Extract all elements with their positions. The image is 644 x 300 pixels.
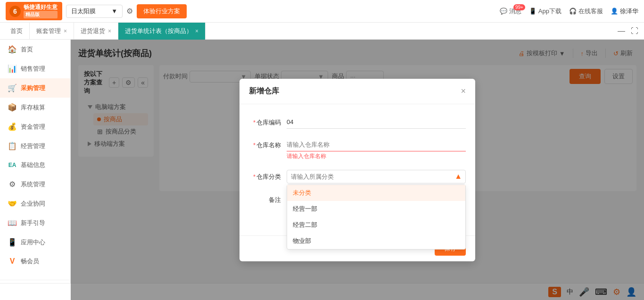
store-chevron-icon: ▼ xyxy=(111,8,117,15)
category-form-row: *仓库分类 ▲ 未分类 经营一部 经营二部 物业部 xyxy=(249,170,466,183)
guide-icon: 📖 xyxy=(8,218,17,227)
category-input-wrap: ▲ 未分类 经营一部 经营二部 物业部 xyxy=(287,170,466,183)
tab-minimize-button[interactable]: — xyxy=(616,27,627,35)
user-avatar-icon: 👤 xyxy=(611,8,618,15)
apps-icon: 📱 xyxy=(8,238,17,247)
category-dropdown: 未分类 经营一部 经营二部 物业部 xyxy=(287,184,466,250)
modal-close-button[interactable]: × xyxy=(461,86,466,96)
tab-purchase-stats-label: 进货单统计表（按商品） xyxy=(125,27,192,35)
tab-purchase-return-close[interactable]: × xyxy=(108,28,111,34)
modal-overlay: 新增仓库 × *仓库编码 xyxy=(71,40,644,300)
logo-text: 畅捷通好生意 xyxy=(24,4,58,11)
sidebar-item-apps-label: 应用中心 xyxy=(21,238,45,247)
code-label: *仓库编码 xyxy=(249,116,287,127)
dropdown-item-3[interactable]: 物业部 xyxy=(287,233,465,249)
sidebar-item-home-label: 首页 xyxy=(21,45,33,54)
operations-icon: 📋 xyxy=(8,142,17,150)
note-label: 备注 xyxy=(249,193,287,204)
code-input[interactable] xyxy=(287,116,466,129)
tab-maximize-button[interactable]: ⛶ xyxy=(629,27,640,35)
tab-purchase-return[interactable]: 进货退货 × xyxy=(74,23,118,40)
app-icon: 📱 xyxy=(529,8,537,15)
name-label: *仓库名称 xyxy=(249,138,287,150)
logo-area: 6 畅捷通好生意 精品版 xyxy=(6,2,62,21)
sidebar-item-system-label: 系统管理 xyxy=(21,180,45,189)
new-warehouse-modal: 新增仓库 × *仓库编码 xyxy=(239,79,475,261)
sidebar-item-basic-info-label: 基础信息 xyxy=(21,161,45,169)
code-form-row: *仓库编码 xyxy=(249,116,466,129)
online-service-item[interactable]: 🎧 在线客服 xyxy=(569,7,603,16)
sidebar-item-apps[interactable]: 📱 应用中心 xyxy=(0,233,70,252)
tab-purchase-return-label: 进货退货 xyxy=(81,27,105,35)
modal-body: *仓库编码 *仓库名称 请输入仓库名称 xyxy=(239,104,475,235)
sidebar-item-system[interactable]: ⚙ 系统管理 xyxy=(0,175,70,194)
purchase-icon: 🛒 xyxy=(8,83,17,92)
sidebar-item-operations-label: 经营管理 xyxy=(21,142,45,150)
sidebar-item-inventory[interactable]: 📦 库存核算 xyxy=(0,98,70,117)
header-actions: 💬 消息 99+ 📱 App下载 🎧 在线客服 👤 徐泽华 xyxy=(500,7,638,16)
dropdown-item-2[interactable]: 经营二部 xyxy=(287,217,465,233)
sidebar-item-finance-label: 资金管理 xyxy=(21,123,45,131)
name-error-msg: 请输入仓库名称 xyxy=(287,152,466,160)
enterprise-icon: 🤝 xyxy=(8,199,17,208)
user-item[interactable]: 👤 徐泽华 xyxy=(611,7,638,16)
sidebar-item-finance[interactable]: 💰 资金管理 xyxy=(0,117,70,136)
finance-icon: 💰 xyxy=(8,122,17,131)
sidebar-item-inventory-label: 库存核算 xyxy=(21,103,45,112)
tab-home-label: 首页 xyxy=(10,27,23,35)
messages-item[interactable]: 💬 消息 99+ xyxy=(500,7,521,16)
store-name: 日太阳膜 xyxy=(71,7,96,16)
name-input-wrap: 请输入仓库名称 xyxy=(287,138,466,160)
content-area: 进货单统计(按商品) 🖨 按模板打印 ▼ ↑ 导出 ↺ 刷新 xyxy=(71,40,644,300)
modal-header: 新增仓库 × xyxy=(239,79,475,104)
tab-bar: 首页 账套管理 × 进货退货 × 进货单统计表（按商品） × — ⛶ xyxy=(0,23,644,40)
messages-badge: 99+ xyxy=(513,4,525,10)
sidebar-item-vip[interactable]: V 畅会员 xyxy=(0,252,70,271)
store-selector[interactable]: 日太阳膜 ▼ xyxy=(66,5,123,18)
category-label: *仓库分类 xyxy=(249,170,287,181)
dropdown-item-0[interactable]: 未分类 xyxy=(287,185,465,201)
main-layout: 🏠 首页 📊 销售管理 🛒 采购管理 📦 库存核算 💰 资金管理 📋 经营管理 … xyxy=(0,40,644,300)
online-service-label: 在线客服 xyxy=(578,7,603,16)
tab-purchase-stats[interactable]: 进货单统计表（按商品） × xyxy=(118,23,206,40)
app-download-item[interactable]: 📱 App下载 xyxy=(529,7,561,16)
sidebar-item-purchase-label: 采购管理 xyxy=(21,84,45,92)
sidebar-item-operations[interactable]: 📋 经营管理 xyxy=(0,136,70,156)
category-input[interactable] xyxy=(287,170,466,183)
username: 徐泽华 xyxy=(620,7,638,16)
home-icon: 🏠 xyxy=(8,45,17,54)
logo-icon: 6 xyxy=(9,6,21,17)
sidebar: 🏠 首页 📊 销售管理 🛒 采购管理 📦 库存核算 💰 资金管理 📋 经营管理 … xyxy=(0,40,71,300)
sales-icon: 📊 xyxy=(8,64,17,73)
sidebar-item-enterprise[interactable]: 🤝 企业协同 xyxy=(0,194,70,213)
tab-accounts-close[interactable]: × xyxy=(64,28,67,34)
name-input[interactable] xyxy=(287,138,466,151)
app-download-label: App下载 xyxy=(538,7,561,16)
sidebar-item-enterprise-label: 企业协同 xyxy=(21,200,45,208)
system-icon: ⚙ xyxy=(8,180,17,189)
name-form-row: *仓库名称 请输入仓库名称 xyxy=(249,138,466,160)
top-header: 6 畅捷通好生意 精品版 日太阳膜 ▼ ⚙ 体验行业方案 💬 消息 99+ 📱 … xyxy=(0,0,644,23)
vip-icon: V xyxy=(8,257,17,266)
tab-accounts[interactable]: 账套管理 × xyxy=(30,23,74,40)
logo-badge: 精品版 xyxy=(24,11,58,18)
sidebar-item-purchase[interactable]: 🛒 采购管理 xyxy=(0,78,70,98)
headset-icon: 🎧 xyxy=(569,8,577,15)
sidebar-item-sales[interactable]: 📊 销售管理 xyxy=(0,59,70,78)
trial-button[interactable]: 体验行业方案 xyxy=(137,4,187,18)
tab-home[interactable]: 首页 xyxy=(4,23,30,40)
modal-title: 新增仓库 xyxy=(249,86,279,96)
sidebar-item-sales-label: 销售管理 xyxy=(21,65,45,73)
tab-bar-actions: — ⛶ xyxy=(616,27,640,35)
sidebar-item-guide-label: 新手引导 xyxy=(21,219,45,227)
message-icon: 💬 xyxy=(500,8,507,15)
gear-button[interactable]: ⚙ xyxy=(126,7,133,16)
sidebar-item-home[interactable]: 🏠 首页 xyxy=(0,40,70,59)
code-input-wrap xyxy=(287,116,466,129)
tab-purchase-stats-close[interactable]: × xyxy=(195,28,198,34)
sidebar-item-basic-info[interactable]: EA 基础信息 xyxy=(0,156,70,175)
sidebar-item-guide[interactable]: 📖 新手引导 xyxy=(0,213,70,233)
dropdown-item-1[interactable]: 经营一部 xyxy=(287,201,465,217)
tab-accounts-label: 账套管理 xyxy=(36,27,61,35)
inventory-icon: 📦 xyxy=(8,103,17,112)
